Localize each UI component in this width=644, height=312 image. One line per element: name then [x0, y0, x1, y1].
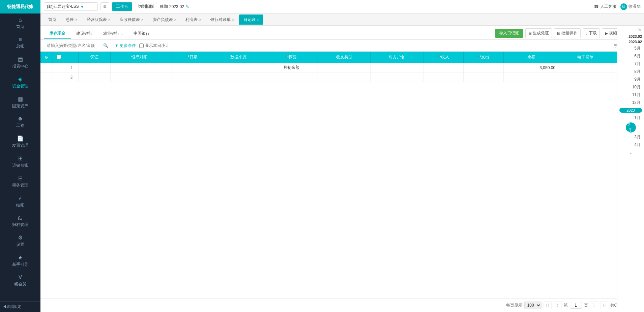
sub-tab-cash[interactable]: 库存现金 [44, 29, 71, 39]
th-bank-account: 银行对账... [110, 52, 172, 63]
first-page-button[interactable]: ⟨⟨ [544, 301, 552, 309]
sidebar-unpin[interactable]: ◀取消固定 [0, 301, 40, 312]
sub-tab-china[interactable]: 中国银行 [128, 29, 155, 39]
next-page-button[interactable]: ⟩ [590, 301, 598, 309]
reports-icon: ▤ [18, 56, 23, 62]
year-2023-badge: 2023 [619, 108, 642, 113]
tab-home[interactable]: 首页 [44, 15, 61, 25]
support-link[interactable]: ☎ 人工客服 [594, 4, 616, 9]
month-8[interactable]: 8月 [619, 68, 643, 76]
month-1-2023[interactable]: 1月 [619, 114, 643, 122]
generate-voucher-button[interactable]: ⊞ 生成凭证 [525, 28, 552, 38]
sub-tab-agriculture[interactable]: 农业银行... [98, 29, 128, 39]
sidebar-item-archive[interactable]: 🗂 归档管理 [0, 211, 40, 231]
show-daily-checkbox-label[interactable]: 显示本日小计 [139, 43, 169, 49]
tab-bank-close[interactable]: × [232, 18, 234, 22]
workbench-button[interactable]: 工作台 [112, 2, 132, 11]
tab-bank[interactable]: 银行对账单 × [206, 15, 238, 25]
month-9[interactable]: 9月 [619, 76, 643, 83]
td-income-type [318, 73, 371, 82]
th-date: **日期 [172, 52, 212, 63]
td-e-receipt [559, 73, 612, 82]
sidebar-item-sales[interactable]: ⊞ 进销台账 [0, 152, 40, 172]
sidebar-item-label: 归档管理 [12, 222, 28, 228]
sidebar-item-label: 发票管理 [12, 143, 28, 148]
tab-assets[interactable]: 资产负债表 × [148, 15, 181, 25]
page-size-select[interactable]: 100 50 200 [524, 302, 541, 309]
prev-version-button[interactable]: 切到旧版 [135, 2, 157, 11]
download-button[interactable]: ↓ 下载 [583, 28, 600, 38]
select-all-checkbox[interactable] [57, 55, 61, 59]
td-settings [40, 63, 53, 73]
scroll-down-indicator[interactable]: ⌄ [617, 149, 644, 156]
th-balance: 余额 [504, 52, 559, 63]
prev-page-button[interactable]: ⟨ [554, 301, 562, 309]
month-11[interactable]: 11月 [619, 91, 643, 99]
sidebar-item-tax[interactable]: ⊟ 税务管理 [0, 172, 40, 192]
sidebar-item-label: 资金管理 [12, 83, 28, 89]
main-tabbar: 首页 总账 × 经营状况表 × 应收账款表 × 资产负债表 × 利润表 × 银行… [40, 13, 644, 26]
td-income [423, 63, 464, 73]
last-page-button[interactable]: ⟩⟩ [600, 301, 608, 309]
sidebar-item-ledger[interactable]: ≡ 总账 [0, 33, 40, 53]
page-input[interactable] [570, 302, 582, 309]
tab-status-label: 经营状况表 [87, 17, 107, 23]
sidebar-item-reports[interactable]: ▤ 报表中心 [0, 53, 40, 73]
td-settings [40, 73, 53, 82]
td-bank-account [110, 73, 172, 82]
th-expenditure: **支出 [464, 52, 504, 63]
tab-receivable-close[interactable]: × [141, 18, 143, 22]
sidebar-item-invoice[interactable]: 📄 发票管理 [0, 132, 40, 152]
copy-button[interactable]: ⧉ [100, 2, 109, 11]
more-filter-button[interactable]: ▼ 更多条件 [115, 43, 136, 49]
tab-ledger-label: 总账 [66, 17, 74, 23]
month-4-2023[interactable]: 4月 [619, 141, 643, 149]
show-daily-checkbox[interactable] [139, 44, 144, 48]
sidebar-item-capital[interactable]: ◈ 资金管理 [0, 73, 40, 92]
sub-tab-construction[interactable]: 建设银行 [71, 29, 98, 39]
period-edit-icon[interactable]: ✎ [185, 4, 189, 9]
sidebar-item-salary[interactable]: ☻ 工资 [0, 112, 40, 132]
settle-icon: ✓ [18, 195, 23, 201]
tab-profit[interactable]: 利润表 × [181, 15, 205, 25]
tab-ledger[interactable]: 总账 × [61, 15, 82, 25]
tab-assets-close[interactable]: × [174, 18, 176, 22]
sidebar-item-settle[interactable]: ✓ 结账 [0, 192, 40, 211]
search-input[interactable] [47, 43, 102, 48]
user-menu[interactable]: 徐 徐温华 [620, 3, 641, 10]
th-settings[interactable]: ⚙ [40, 52, 53, 63]
sidebar-item-vip[interactable]: V 畅会员 [0, 271, 40, 290]
tab-home-label: 首页 [48, 17, 56, 23]
tab-profit-close[interactable]: × [199, 18, 201, 22]
th-check[interactable] [53, 52, 65, 63]
sidebar-item-label: 税务管理 [12, 182, 28, 188]
tab-status-close[interactable]: × [108, 18, 110, 22]
company-selector[interactable]: (勤)江西超宝-LSS ▼ [44, 2, 98, 11]
tab-ledger-close[interactable]: × [75, 18, 77, 22]
import-journal-button[interactable]: 导入日记账 [495, 29, 523, 38]
tab-journal[interactable]: 日记账 × [239, 15, 263, 25]
sidebar-item-label: 工资 [16, 123, 24, 129]
month-5[interactable]: 5月 [619, 45, 643, 52]
td-num: 2 [65, 73, 78, 82]
sidebar-item-home[interactable]: ⌂ 首页 [0, 13, 40, 33]
sidebar-item-assets[interactable]: ▦ 固定资产 [0, 92, 40, 112]
tab-receivable[interactable]: 应收账款表 × [115, 15, 148, 25]
month-12[interactable]: 12月 [619, 99, 643, 107]
tax-icon: ⊟ [18, 175, 23, 181]
month-10[interactable]: 10月 [619, 83, 643, 91]
month-3-2023[interactable]: 3月 [619, 133, 643, 141]
search-box[interactable]: 🔍 [44, 42, 111, 49]
td-date [172, 73, 212, 82]
month-2-2023[interactable]: 2月 [626, 122, 636, 133]
tab-status[interactable]: 经营状况表 × [82, 15, 115, 25]
month-6[interactable]: 6月 [619, 52, 643, 60]
tab-journal-close[interactable]: × [257, 18, 259, 22]
sub-tab-construction-label: 建设银行 [76, 31, 92, 36]
sidebar-item-label: 总账 [16, 44, 24, 49]
sidebar-item-settings[interactable]: ⚙ 设置 [0, 231, 40, 251]
date-panel-close[interactable]: ✕ [617, 26, 644, 34]
month-7[interactable]: 7月 [619, 60, 643, 68]
sidebar-item-guide[interactable]: ★ 新手引导 [0, 251, 40, 271]
batch-op-button[interactable]: ⊟ 批量操作 [554, 28, 581, 38]
